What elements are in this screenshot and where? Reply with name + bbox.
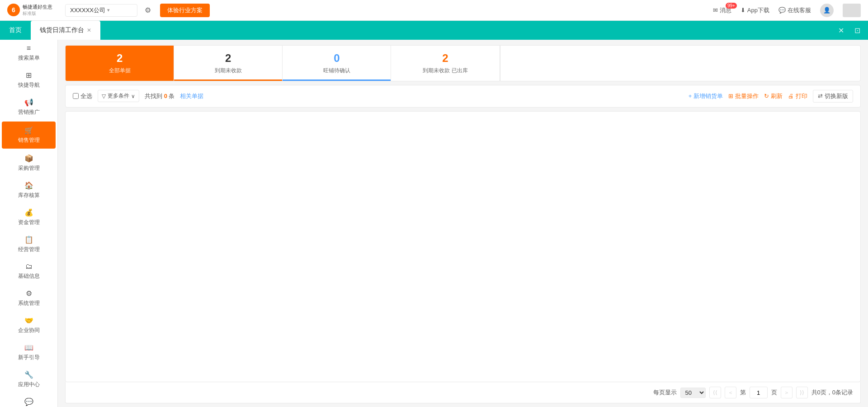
stat-card-all[interactable]: 2 全部单据 xyxy=(66,46,174,81)
prev-page-button[interactable]: ＜ xyxy=(725,387,736,398)
sidebar-item-sales[interactable]: 🛒 销售管理 xyxy=(2,122,56,149)
refresh-button[interactable]: ↻ 刷新 xyxy=(764,92,783,100)
stats-row: 2 全部单据 2 到期未收款 0 旺铺待确认 2 到期未收款 已出库 xyxy=(65,45,861,81)
sidebar-item-search-label: 搜索菜单 xyxy=(18,54,40,62)
found-prefix: 共找到 xyxy=(145,93,162,99)
tab-close-icon[interactable]: ✕ xyxy=(87,27,91,33)
purchase-icon: 📦 xyxy=(24,154,33,163)
wechat-icon: 💬 xyxy=(24,398,33,406)
finance-icon: 💰 xyxy=(24,208,33,217)
tab-bar: 首页 钱货日清工作台 ✕ ✕ ⊡ xyxy=(0,21,868,40)
filter-button[interactable]: ▽ 更多条件 ∨ xyxy=(98,90,139,102)
operations-icon: 📋 xyxy=(24,235,33,244)
sidebar-item-apps-label: 应用中心 xyxy=(18,381,40,388)
sidebar-item-enterprise[interactable]: 🤝 企业协同 xyxy=(0,312,57,339)
company-dropdown-arrow: ▾ xyxy=(107,7,110,13)
print-button[interactable]: 🖨 打印 xyxy=(788,92,807,100)
print-label: 打印 xyxy=(796,92,807,100)
quicknav-icon: ⊞ xyxy=(26,71,32,80)
tab-bar-actions: ✕ ⊡ xyxy=(835,24,868,37)
sidebar-item-system-label: 系统管理 xyxy=(18,299,40,307)
sidebar-item-marketing-label: 营销推广 xyxy=(18,108,40,116)
tab-maximize-button[interactable]: ⊡ xyxy=(851,24,863,37)
trial-button[interactable]: 体验行业方案 xyxy=(160,4,210,17)
refresh-icon: ↻ xyxy=(764,93,769,99)
per-page-label: 每页显示 xyxy=(653,388,677,397)
switch-version-button[interactable]: ⇄ 切换新版 xyxy=(813,90,853,103)
sidebar-item-quicknav[interactable]: ⊞ 快捷导航 xyxy=(0,66,57,94)
main-content: ≡ 搜索菜单 ⊞ 快捷导航 📢 营销推广 🛒 销售管理 📦 采购管理 🏠 库存核… xyxy=(0,40,868,407)
page-suffix: 页 xyxy=(771,388,777,397)
switch-icon: ⇄ xyxy=(818,93,823,99)
found-count: 0 xyxy=(164,93,167,99)
download-icon: ⬇ xyxy=(741,7,745,14)
sidebar-item-purchase[interactable]: 📦 采购管理 xyxy=(0,150,57,177)
related-records-link[interactable]: 相关单据 xyxy=(180,92,203,100)
tab-close-window-button[interactable]: ✕ xyxy=(835,24,847,37)
online-service-label: 在线客服 xyxy=(788,6,811,14)
sidebar-item-apps[interactable]: 🔧 应用中心 xyxy=(0,366,57,393)
logo-area: 6 畅捷通好生意 标准版 xyxy=(7,4,65,16)
online-service-button[interactable]: 💬 在线客服 xyxy=(778,6,811,14)
add-sales-order-button[interactable]: + 新增销货单 xyxy=(689,92,723,100)
last-page-button[interactable]: ⟩⟩ xyxy=(796,387,808,398)
tab-home-label: 首页 xyxy=(9,26,22,34)
inventory-icon: 🏠 xyxy=(24,181,33,190)
next-page-button[interactable]: ＞ xyxy=(781,387,793,398)
system-icon: ⚙ xyxy=(26,289,32,298)
stat-card-wangpu[interactable]: 0 旺铺待确认 xyxy=(283,46,391,81)
sidebar-item-operations-label: 经营管理 xyxy=(18,246,40,253)
sidebar-item-finance[interactable]: 💰 资金管理 xyxy=(0,204,57,231)
search-menu-icon: ≡ xyxy=(27,44,31,52)
company-name: XXXXXX公司 xyxy=(70,6,105,14)
avatar[interactable]: 👤 xyxy=(820,4,834,17)
per-page-select[interactable]: 50 100 200 xyxy=(680,388,706,398)
filter-chevron: ∨ xyxy=(131,93,135,99)
settings-button[interactable]: ⚙ xyxy=(141,4,155,17)
toolbar-left: 全选 ▽ 更多条件 ∨ 共找到 0 条 相关单据 xyxy=(73,90,203,102)
service-icon: 💬 xyxy=(778,7,786,14)
avatar-icon: 👤 xyxy=(823,7,830,14)
page-number-input[interactable] xyxy=(750,387,768,398)
tab-qianhuoriqing-label: 钱货日清工作台 xyxy=(40,26,84,34)
page-label: 第 xyxy=(740,388,746,397)
stat-card-overdue-shipped[interactable]: 2 到期未收款 已出库 xyxy=(391,46,500,81)
batch-operations-button[interactable]: ⊞ 批量操作 xyxy=(728,92,759,100)
batch-icon: ⊞ xyxy=(728,93,733,99)
total-records-text: 共0页，0条记录 xyxy=(811,388,853,397)
stat-overdue-shipped-label: 到期未收款 已出库 xyxy=(423,67,467,75)
found-suffix: 条 xyxy=(169,93,175,99)
stat-card-overdue[interactable]: 2 到期未收款 xyxy=(174,46,283,81)
sidebar-item-inventory[interactable]: 🏠 库存核算 xyxy=(0,177,57,204)
select-all-checkbox-label[interactable]: 全选 xyxy=(73,92,92,100)
stat-wangpu-underline xyxy=(283,80,391,81)
sidebar-item-wechat[interactable]: 💬 企业微信 xyxy=(0,393,57,407)
sidebar-item-guide[interactable]: 📖 新手引导 xyxy=(0,339,57,366)
stat-overdue-label: 到期未收款 xyxy=(215,67,242,75)
sidebar-item-sales-label: 销售管理 xyxy=(18,136,40,144)
sidebar-item-enterprise-label: 企业协同 xyxy=(18,327,40,334)
enterprise-icon: 🤝 xyxy=(24,316,33,325)
select-all-label: 全选 xyxy=(80,92,92,100)
select-all-checkbox[interactable] xyxy=(73,93,79,99)
stat-overdue-shipped-number: 2 xyxy=(442,52,448,65)
logo-icon: 6 xyxy=(7,4,20,16)
company-selector[interactable]: XXXXXX公司 ▾ xyxy=(65,4,137,17)
sidebar-item-system[interactable]: ⚙ 系统管理 xyxy=(0,285,57,312)
tab-home[interactable]: 首页 xyxy=(0,21,31,40)
sidebar-item-basic[interactable]: 🗂 基础信息 xyxy=(0,258,57,285)
user-name-area xyxy=(843,4,861,17)
first-page-button[interactable]: ⟨⟨ xyxy=(709,387,721,398)
sidebar: ≡ 搜索菜单 ⊞ 快捷导航 📢 营销推广 🛒 销售管理 📦 采购管理 🏠 库存核… xyxy=(0,40,58,407)
messages-button[interactable]: ✉ 消息 99+ xyxy=(713,6,731,14)
sidebar-item-marketing[interactable]: 📢 营销推广 xyxy=(0,94,57,121)
logo-app-name: 畅捷通好生意 xyxy=(23,4,52,10)
sidebar-item-search[interactable]: ≡ 搜索菜单 xyxy=(0,40,57,66)
stat-all-label: 全部单据 xyxy=(109,67,131,75)
messages-badge: 99+ xyxy=(726,3,737,9)
app-download-button[interactable]: ⬇ App下载 xyxy=(741,6,769,14)
stat-all-number: 2 xyxy=(117,52,123,65)
tab-qianhuoriqing[interactable]: 钱货日清工作台 ✕ xyxy=(31,21,100,40)
sidebar-item-operations[interactable]: 📋 经营管理 xyxy=(0,231,57,258)
filter-icon: ▽ xyxy=(102,93,106,99)
